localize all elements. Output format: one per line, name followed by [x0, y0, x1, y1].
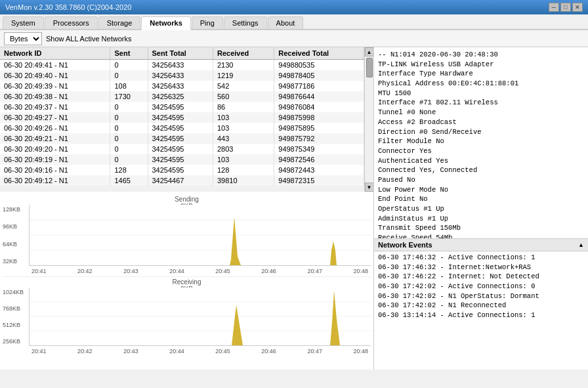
- event-line: 06-30 17:46:32 - Internet:Network+RAS: [378, 263, 584, 272]
- table-cell: 34256433: [148, 60, 213, 71]
- info-line: OperStatus #1 Up: [378, 204, 584, 214]
- table-cell: 2130: [213, 60, 274, 71]
- col-sent: Sent: [110, 47, 148, 60]
- scroll-down-btn[interactable]: ▼: [365, 183, 374, 192]
- table-body: 06-30 20:49:41 - N1034256433213094988053…: [0, 60, 364, 186]
- table-row: 06-30 20:49:38 - N1173034256325560949876…: [0, 91, 364, 102]
- main-content: Network ID Sent Sent Total Received Rece…: [0, 47, 588, 370]
- scrollbar-thumb[interactable]: [366, 58, 373, 77]
- table-cell: 06-30 20:49:21 - N1: [0, 133, 110, 144]
- table-row: 06-30 20:49:12 - N1146534254467398109498…: [0, 175, 364, 186]
- title-bar: VenMon v.2.30 358.7860 (C)2004-2020 ─ □ …: [0, 0, 588, 14]
- table-row: 06-30 20:49:19 - N1034254595103949872546: [0, 154, 364, 165]
- table-cell: 128: [110, 165, 148, 175]
- table-cell: 949876644: [274, 91, 364, 102]
- table-cell: 443: [213, 133, 274, 144]
- tab-about[interactable]: About: [268, 16, 304, 29]
- info-line: End Point No: [378, 194, 584, 204]
- receiving-x-labels: 20:41 20:42 20:43 20:44 20:45 20:46 20:4…: [29, 346, 371, 356]
- tab-networks[interactable]: Networks: [141, 16, 191, 30]
- close-icon: ✕: [575, 4, 580, 11]
- receiving-chart-svg: [30, 288, 371, 345]
- table-cell: 0: [110, 154, 148, 165]
- minimize-button[interactable]: ─: [549, 3, 559, 12]
- table-cell: 0: [110, 133, 148, 144]
- table-cell: 949875349: [274, 144, 364, 154]
- table-cell: 949878405: [274, 70, 364, 81]
- table-cell: 06-30 20:49:20 - N1: [0, 144, 110, 154]
- receiving-y-labels: 1024KB 768KB 512KB 256KB: [3, 277, 29, 346]
- table-cell: 949872546: [274, 154, 364, 165]
- show-networks-label: Show ALL Active Networks: [46, 35, 131, 43]
- left-panel: Network ID Sent Sent Total Received Rece…: [0, 47, 374, 370]
- table-cell: 06-30 20:49:40 - N1: [0, 70, 110, 81]
- app-title: VenMon v.2.30 358.7860 (C)2004-2020: [5, 3, 131, 11]
- table-cell: 34254595: [148, 154, 213, 165]
- table-cell: 06-30 20:49:27 - N1: [0, 112, 110, 123]
- event-line: 06-30 17:42:02 - N1 OperStatus: Dormant: [378, 291, 584, 301]
- table-cell: 1730: [110, 91, 148, 102]
- table-scrollbar[interactable]: ▲ ▼: [364, 47, 373, 192]
- table-cell: 34256433: [148, 81, 213, 91]
- col-received-total: Received Total: [274, 47, 364, 60]
- scroll-up-btn[interactable]: ▲: [365, 47, 374, 56]
- svg-marker-8: [226, 305, 249, 346]
- event-line: 06-30 17:46:22 - Internet: Not Detected: [378, 272, 584, 282]
- table-cell: 0: [110, 144, 148, 154]
- table-cell: 34254595: [148, 165, 213, 175]
- close-button[interactable]: ✕: [572, 3, 583, 12]
- table-row: 06-30 20:49:27 - N1034254595103949875998: [0, 112, 364, 123]
- event-line: 06-30 17:42:02 - Active Connections: 0: [378, 282, 584, 291]
- svg-marker-4: [325, 241, 341, 265]
- table-cell: 34254595: [148, 112, 213, 123]
- events-scroll-btn[interactable]: ▲: [578, 242, 584, 248]
- tab-processors[interactable]: Processors: [45, 16, 98, 29]
- table-cell: 06-30 20:49:16 - N1: [0, 165, 110, 175]
- tab-settings[interactable]: Settings: [224, 16, 267, 29]
- table-row: 06-30 20:49:26 - N1034254595103949875895: [0, 123, 364, 133]
- receiving-chart: Receiving 0KB 1024KB 768KB 512KB 256KB: [3, 277, 371, 356]
- table-cell: 949872315: [274, 175, 364, 186]
- table-cell: 1465: [110, 175, 148, 186]
- table-cell: 560: [213, 91, 274, 102]
- table-cell: 949875998: [274, 112, 364, 123]
- table-cell: 949872443: [274, 165, 364, 175]
- event-line: 06-30 17:46:32 - Active Connections: 1: [378, 253, 584, 263]
- info-line: TP-LINK Wireless USB Adapter: [378, 60, 584, 70]
- table-cell: 06-30 20:49:37 - N1: [0, 102, 110, 112]
- col-sent-total: Sent Total: [148, 47, 213, 60]
- table-cell: 2803: [213, 144, 274, 154]
- info-line: Tunnel #0 None: [378, 108, 584, 118]
- table-cell: 06-30 20:49:12 - N1: [0, 175, 110, 186]
- tab-storage[interactable]: Storage: [98, 16, 141, 29]
- tab-system[interactable]: System: [3, 16, 44, 29]
- table-cell: 542: [213, 81, 274, 91]
- table-cell: 06-30 20:49:19 - N1: [0, 154, 110, 165]
- table-cell: 128: [213, 165, 274, 175]
- table-cell: 108: [110, 81, 148, 91]
- bytes-select[interactable]: Bytes: [4, 32, 42, 45]
- table-row: 06-30 20:49:40 - N1034256433121994987840…: [0, 70, 364, 81]
- events-title: Network Events: [378, 241, 432, 249]
- info-line: Interface #71 802.11 Wireless: [378, 98, 584, 108]
- table-cell: 0: [110, 60, 148, 71]
- table-cell: 1219: [213, 70, 274, 81]
- info-line: Paused No: [378, 175, 584, 185]
- table-header-row: Network ID Sent Sent Total Received Rece…: [0, 47, 364, 60]
- table-cell: 103: [213, 154, 274, 165]
- maximize-button[interactable]: □: [560, 3, 571, 12]
- table-row: 06-30 20:49:41 - N1034256433213094988053…: [0, 60, 364, 71]
- table-cell: 0: [110, 70, 148, 81]
- maximize-icon: □: [564, 4, 567, 11]
- tab-ping[interactable]: Ping: [192, 16, 223, 29]
- network-table-container[interactable]: Network ID Sent Sent Total Received Rece…: [0, 47, 364, 192]
- info-line: Connector Yes: [378, 146, 584, 156]
- table-cell: 949876084: [274, 102, 364, 112]
- table-cell: 34256325: [148, 91, 213, 102]
- table-row: 06-30 20:49:16 - N1128342545951289498724…: [0, 165, 364, 175]
- info-line: -- N1:014 2020-06-30 20:48:30: [378, 50, 584, 60]
- table-cell: 34254595: [148, 133, 213, 144]
- events-header: Network Events ▲: [374, 239, 588, 251]
- right-panel: -- N1:014 2020-06-30 20:48:30TP-LINK Wir…: [374, 47, 588, 370]
- table-row: 06-30 20:49:39 - N1108342564335429498771…: [0, 81, 364, 91]
